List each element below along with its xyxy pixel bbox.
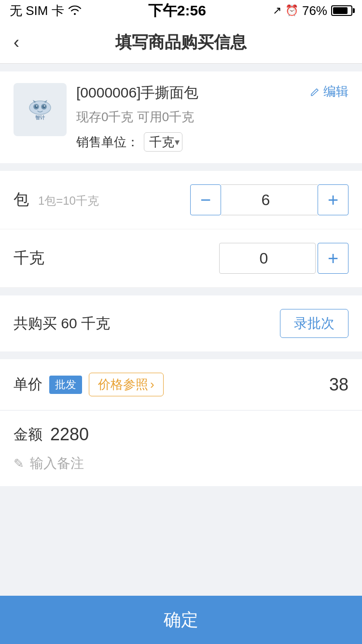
amount-label: 金额 xyxy=(14,425,42,445)
quantity-section: 包 1包=10千克 − + 千克 + xyxy=(0,171,362,288)
quantity-hint-bao: 1包=10千克 xyxy=(38,194,99,207)
unit-select[interactable]: 千克 xyxy=(144,132,182,152)
product-card: 智计 [0000006]手撕面包 现存0千克 可用0千克 销售单位： 千克 编辑 xyxy=(0,71,362,163)
status-left: 无 SIM 卡 xyxy=(10,2,82,19)
decrease-bao-button[interactable]: − xyxy=(190,184,221,215)
svg-point-5 xyxy=(42,105,46,109)
amount-row: 金额 2280 xyxy=(14,424,348,445)
price-value: 38 xyxy=(329,375,348,395)
price-label: 单价 xyxy=(14,375,42,394)
batch-button[interactable]: 录批次 xyxy=(280,309,348,338)
product-thumbnail: 智计 xyxy=(14,83,67,136)
product-stock: 现存0千克 可用0千克 xyxy=(76,109,348,126)
battery-percent: 76% xyxy=(302,3,327,18)
quantity-label-bao: 包 1包=10千克 xyxy=(14,189,190,210)
increase-kg-button[interactable]: + xyxy=(318,243,348,274)
product-unit-row: 销售单位： 千克 xyxy=(76,132,348,152)
quantity-input-bao[interactable] xyxy=(221,184,318,215)
edit-button[interactable]: 编辑 xyxy=(310,83,348,100)
page-title: 填写商品购买信息 xyxy=(115,31,247,54)
price-section: 单价 批发 价格参照 › 38 xyxy=(0,359,362,410)
svg-point-4 xyxy=(35,105,38,109)
quantity-label-kg: 千克 xyxy=(14,248,219,269)
status-right: ↗ ⏰ 76% xyxy=(273,3,352,18)
product-info: [0000006]手撕面包 现存0千克 可用0千克 销售单位： 千克 xyxy=(76,83,348,152)
summary-text: 共购买 60 千克 xyxy=(14,314,110,334)
summary-section: 共购买 60 千克 录批次 xyxy=(0,295,362,351)
wifi-icon xyxy=(68,3,82,18)
remark-icon: ✎ xyxy=(14,456,24,471)
confirm-button[interactable]: 确定 xyxy=(0,596,362,644)
svg-text:智计: 智计 xyxy=(35,115,45,120)
amount-value: 2280 xyxy=(50,424,89,445)
increase-bao-button[interactable]: + xyxy=(318,184,348,215)
price-tag: 批发 xyxy=(49,376,82,394)
quantity-row-kg: 千克 + xyxy=(0,229,362,288)
amount-section: 金额 2280 ✎ 输入备注 xyxy=(0,411,362,486)
unit-select-wrap[interactable]: 千克 xyxy=(144,132,182,152)
location-icon: ↗ xyxy=(273,4,281,17)
svg-point-7 xyxy=(44,105,45,106)
remark-row[interactable]: ✎ 输入备注 xyxy=(14,454,348,473)
remark-placeholder: 输入备注 xyxy=(30,454,84,473)
svg-point-6 xyxy=(36,105,37,106)
nav-bar: ‹ 填写商品购买信息 xyxy=(0,21,362,64)
alarm-icon: ⏰ xyxy=(285,4,298,17)
product-name: [0000006]手撕面包 xyxy=(76,83,348,103)
unit-label: 销售单位： xyxy=(76,134,139,151)
quantity-input-kg[interactable] xyxy=(219,243,316,274)
quantity-controls-bao: − + xyxy=(190,184,348,215)
time-display: 下午2:56 xyxy=(148,1,206,21)
quantity-row-bao: 包 1包=10千克 − + xyxy=(0,171,362,229)
back-button[interactable]: ‹ xyxy=(14,32,19,53)
price-ref-button[interactable]: 价格参照 › xyxy=(89,373,164,396)
carrier-text: 无 SIM 卡 xyxy=(10,2,64,19)
battery-icon xyxy=(331,5,352,16)
status-bar: 无 SIM 卡 下午2:56 ↗ ⏰ 76% xyxy=(0,0,362,21)
quantity-controls-kg: + xyxy=(219,243,348,274)
